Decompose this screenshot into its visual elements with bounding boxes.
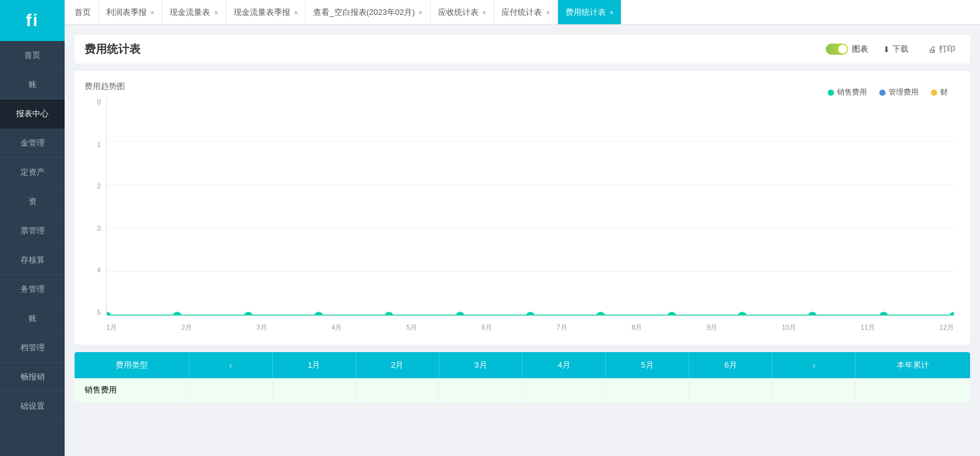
download-label: 下载 — [892, 44, 909, 55]
th-may: 5月 — [606, 352, 689, 378]
print-icon: 🖨 — [928, 45, 936, 54]
tab-close-icon[interactable]: × — [610, 9, 613, 16]
svg-point-5 — [456, 312, 465, 315]
tab-close-icon[interactable]: × — [214, 9, 218, 16]
legend-item-admin: 管理费用 — [879, 87, 918, 98]
sidebar-item-home[interactable]: 首页 — [0, 41, 65, 70]
tab-payable[interactable]: 应付统计表 × — [494, 0, 557, 25]
tab-home[interactable]: 首页 — [67, 0, 99, 25]
page-actions: 图表 ⬇ 下载 🖨 打印 — [826, 41, 960, 57]
td-year-total-val — [856, 378, 970, 402]
legend-label-admin: 管理费用 — [889, 87, 918, 98]
tab-profit-quarterly[interactable]: 利润表季报 × — [99, 0, 162, 25]
x-label-oct: 10月 — [782, 323, 796, 332]
tab-close-icon[interactable]: × — [150, 9, 154, 16]
sidebar-item-reports[interactable]: 报表中心 — [0, 100, 65, 129]
svg-point-7 — [597, 312, 605, 315]
td-may-val — [606, 378, 689, 402]
chart-toggle[interactable] — [826, 44, 848, 55]
sidebar-item-archive[interactable]: 档管理 — [0, 333, 65, 363]
x-label-jan: 1月 — [106, 323, 117, 332]
content-area: 费用统计表 图表 ⬇ 下载 🖨 打印 费用趋势图 — [65, 25, 980, 456]
tab-close-icon[interactable]: × — [294, 9, 298, 16]
sidebar: fi 首页 账 报表中心 金管理 定资产 资 票管理 存核算 务管理 账 档管理… — [0, 0, 65, 456]
table-header-row: 费用类型 ‹ 1月 2月 3月 4月 5月 6月 › 本年累计 — [75, 352, 970, 378]
sidebar-item-assets[interactable]: 定资产 — [0, 158, 65, 187]
sidebar-item-service[interactable]: 务管理 — [0, 275, 65, 304]
sidebar-item-inventory[interactable]: 存核算 — [0, 246, 65, 275]
sidebar-item-ledger[interactable]: 账 — [0, 304, 65, 333]
tab-expense-stats[interactable]: 费用统计表 × — [558, 0, 621, 25]
svg-point-4 — [385, 312, 393, 315]
chart-section: 费用趋势图 销售费用 管理费用 财 — [75, 71, 970, 345]
sidebar-logo: fi — [0, 0, 65, 41]
tab-blank-report[interactable]: 查看_空白报表(2023年02月) × — [306, 0, 431, 25]
chart-toggle-label: 图表 — [852, 44, 868, 55]
print-label: 打印 — [939, 44, 955, 55]
download-button[interactable]: ⬇ 下载 — [878, 41, 914, 57]
y-label-5: 5 — [85, 309, 103, 316]
td-nav-next — [772, 378, 856, 402]
legend-dot-finance — [931, 90, 937, 96]
chart-toggle-wrap[interactable]: 图表 — [826, 44, 868, 55]
tab-cashflow[interactable]: 现金流量表 × — [162, 0, 226, 25]
td-jan-val — [273, 378, 356, 402]
legend-item-sales: 销售费用 — [828, 87, 867, 98]
x-label-sep: 9月 — [707, 323, 717, 332]
expense-table: 费用类型 ‹ 1月 2月 3月 4月 5月 6月 › 本年累计 销售费用 — [75, 352, 970, 402]
sidebar-item-account[interactable]: 账 — [0, 70, 65, 100]
tab-receivable[interactable]: 应收统计表 × — [431, 0, 494, 25]
sidebar-item-invoice[interactable]: 票管理 — [0, 216, 65, 246]
tab-close-icon[interactable]: × — [546, 9, 549, 16]
legend-dot-admin — [879, 90, 886, 96]
th-next-button-wrap[interactable]: › — [772, 352, 856, 378]
svg-point-8 — [667, 312, 676, 315]
th-prev-button-wrap[interactable]: ‹ — [190, 352, 273, 378]
svg-point-2 — [244, 312, 253, 315]
print-button[interactable]: 🖨 打印 — [923, 41, 960, 57]
x-label-feb: 2月 — [181, 323, 192, 332]
td-feb-val — [356, 378, 439, 402]
tab-close-icon[interactable]: × — [419, 9, 423, 16]
x-label-jul: 7月 — [557, 323, 567, 332]
th-year-total: 本年累计 — [856, 352, 970, 378]
td-nav-prev — [190, 378, 273, 402]
sidebar-item-fund[interactable]: 金管理 — [0, 129, 65, 158]
td-apr-val — [523, 378, 606, 402]
td-jun-val — [689, 378, 772, 402]
svg-point-6 — [526, 312, 535, 315]
th-jan: 1月 — [273, 352, 356, 378]
svg-point-10 — [808, 312, 817, 315]
chart-svg — [107, 98, 954, 315]
x-label-nov: 11月 — [861, 323, 875, 332]
th-jun: 6月 — [689, 352, 772, 378]
y-axis: 5 4 3 2 1 0 — [85, 98, 103, 316]
tab-bar: 首页 利润表季报 × 现金流量表 × 现金流量表季报 × 查看_空白报表(202… — [65, 0, 980, 25]
th-mar: 3月 — [439, 352, 523, 378]
td-type-sales: 销售费用 — [75, 378, 190, 402]
x-label-may: 5月 — [406, 323, 417, 332]
next-month-button[interactable]: › — [813, 360, 816, 370]
td-mar-val — [439, 378, 523, 402]
sidebar-item-settings[interactable]: 础设置 — [0, 392, 65, 421]
chart-inner: 5 4 3 2 1 0 — [85, 98, 960, 335]
svg-point-0 — [107, 312, 111, 315]
x-label-mar: 3月 — [257, 323, 267, 332]
sidebar-item-investment[interactable]: 资 — [0, 187, 65, 216]
x-axis: 1月 2月 3月 4月 5月 6月 7月 8月 9月 10月 11月 12月 — [106, 320, 954, 335]
th-type-label: 费用类型 — [116, 360, 148, 371]
y-label-4: 4 — [85, 266, 103, 274]
page-title: 费用统计表 — [85, 42, 140, 57]
svg-point-9 — [738, 312, 746, 315]
legend-label-sales: 销售费用 — [837, 87, 867, 98]
th-expense-type: 费用类型 — [75, 352, 190, 378]
page-header: 费用统计表 图表 ⬇ 下载 🖨 打印 — [75, 35, 970, 63]
prev-month-button[interactable]: ‹ — [229, 360, 232, 370]
sidebar-item-expense[interactable]: 畅报销 — [0, 363, 65, 392]
tab-close-icon[interactable]: × — [482, 9, 486, 16]
download-icon: ⬇ — [883, 45, 890, 54]
y-label-0: 0 — [85, 98, 103, 106]
tab-cashflow-quarterly[interactable]: 现金流量表季报 × — [226, 0, 306, 25]
y-label-2: 2 — [85, 182, 103, 190]
chart-legend: 销售费用 管理费用 财 — [828, 87, 948, 98]
